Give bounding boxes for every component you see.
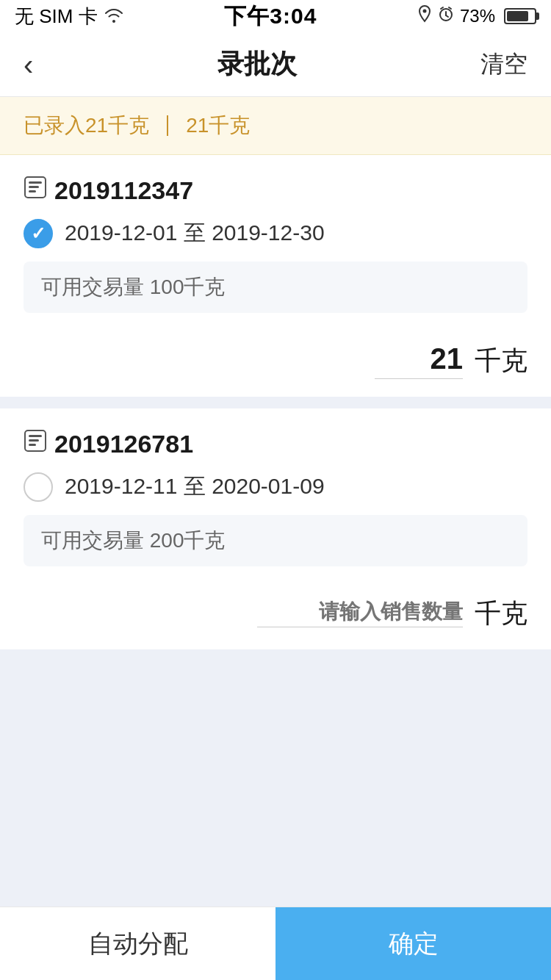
batch-id-icon-2 <box>24 429 47 458</box>
status-left: 无 SIM 卡 <box>15 4 124 29</box>
batch-available-1: 可用交易量 100千克 <box>41 275 226 298</box>
status-right: 73% <box>417 5 536 27</box>
alarm-icon <box>438 6 454 26</box>
quantity-underline-2 <box>257 600 463 627</box>
battery-icon <box>504 8 536 24</box>
battery-percent: 73% <box>460 6 495 26</box>
svg-rect-11 <box>29 435 42 437</box>
wifi-icon <box>104 5 124 28</box>
svg-rect-8 <box>29 186 39 188</box>
back-button[interactable]: ‹ <box>24 50 33 79</box>
svg-line-3 <box>446 15 448 17</box>
batch-card-1: 2019112347 2019-12-01 至 2019-12-30 可用交易量… <box>0 155 551 397</box>
quantity-unit-2: 千克 <box>475 596 527 632</box>
section-separator-1 <box>0 397 551 408</box>
batch-id-2: 2019126781 <box>54 430 193 458</box>
quantity-underline-1 <box>375 342 463 379</box>
location-icon <box>417 5 432 27</box>
status-time: 下午3:04 <box>224 1 317 32</box>
quantity-input-2[interactable] <box>257 600 463 624</box>
summary-value: 21千克 <box>186 112 250 140</box>
radio-2[interactable] <box>24 472 53 502</box>
quantity-row-1: 千克 <box>0 328 551 397</box>
confirm-button[interactable]: 确定 <box>276 907 551 980</box>
svg-rect-13 <box>29 444 36 446</box>
clear-button[interactable]: 清空 <box>480 48 527 81</box>
batch-date-row-2[interactable]: 2019-12-11 至 2020-01-09 <box>0 466 551 508</box>
batch-date-1: 2019-12-01 至 2019-12-30 <box>65 218 325 248</box>
svg-line-5 <box>449 7 451 9</box>
batch-available-2: 可用交易量 200千克 <box>41 529 226 552</box>
batch-id-1: 2019112347 <box>54 176 193 205</box>
svg-point-0 <box>422 10 426 13</box>
quantity-unit-1: 千克 <box>475 343 527 379</box>
svg-line-4 <box>441 7 443 9</box>
svg-rect-12 <box>29 439 39 442</box>
batch-date-2: 2019-12-11 至 2020-01-09 <box>65 472 325 502</box>
svg-rect-7 <box>29 181 42 184</box>
no-sim-text: 无 SIM 卡 <box>15 4 98 29</box>
batch-header-2: 2019126781 <box>0 408 551 466</box>
summary-banner: 已录入21千克 21千克 <box>0 97 551 155</box>
status-bar: 无 SIM 卡 下午3:04 73% <box>0 0 551 32</box>
batch-id-icon-1 <box>24 176 47 205</box>
batch-date-row-1[interactable]: 2019-12-01 至 2019-12-30 <box>0 212 551 254</box>
summary-divider <box>167 115 168 136</box>
batch-info-1: 可用交易量 100千克 <box>24 262 527 313</box>
summary-label: 已录入21千克 <box>24 112 149 140</box>
batch-info-2: 可用交易量 200千克 <box>24 515 527 566</box>
batch-header-1: 2019112347 <box>0 155 551 212</box>
radio-1[interactable] <box>24 219 53 248</box>
page-title: 录批次 <box>217 46 297 82</box>
batch-card-2: 2019126781 2019-12-11 至 2020-01-09 可用交易量… <box>0 408 551 649</box>
nav-bar: ‹ 录批次 清空 <box>0 32 551 97</box>
auto-distribute-button[interactable]: 自动分配 <box>0 907 276 980</box>
quantity-row-2: 千克 <box>0 581 551 649</box>
bottom-bar: 自动分配 确定 <box>0 907 551 980</box>
svg-rect-9 <box>29 190 36 192</box>
quantity-input-1[interactable] <box>375 342 463 375</box>
